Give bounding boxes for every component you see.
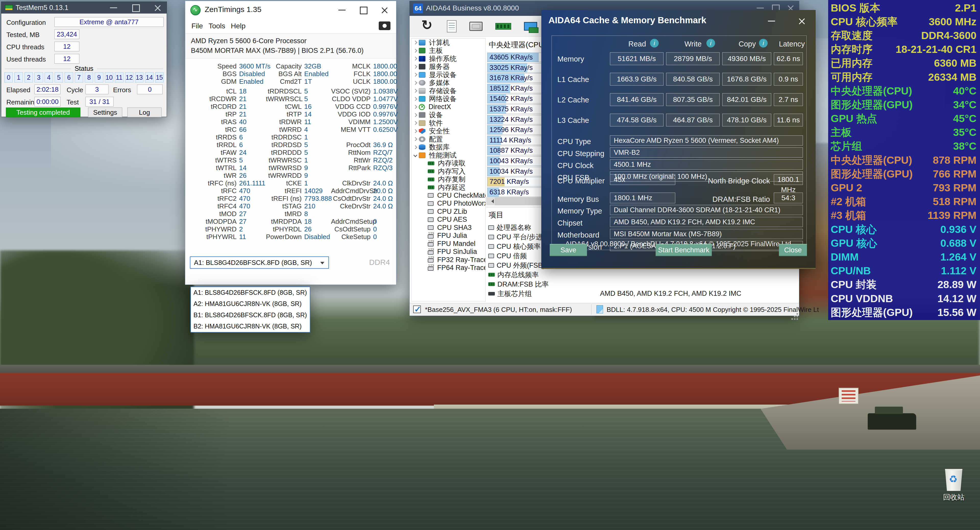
tree-item[interactable]: 主板 bbox=[411, 47, 485, 55]
tree-item-label[interactable]: DirectX bbox=[427, 103, 453, 111]
tree-item-label[interactable]: CPU ZLib bbox=[436, 208, 469, 216]
chevron-icon[interactable] bbox=[414, 153, 417, 157]
log-button[interactable]: Log bbox=[127, 107, 162, 117]
dimm-select[interactable]: A1: BLS8G4D26BFSCK.8FD (8GB, SR) bbox=[190, 257, 329, 269]
recycle-bin[interactable]: 回收站 bbox=[935, 469, 973, 512]
recycle-bin-icon[interactable] bbox=[944, 469, 963, 491]
minimize-icon[interactable] bbox=[108, 3, 119, 12]
tree-item-label[interactable]: FP64 Ray-Trace bbox=[436, 264, 486, 272]
chevron-icon[interactable] bbox=[414, 137, 417, 141]
tree-item-label[interactable]: FPU SinJulia bbox=[436, 248, 479, 256]
info-icon[interactable]: i bbox=[759, 39, 768, 48]
tree-item[interactable]: 多媒体 bbox=[411, 79, 485, 87]
chevron-icon[interactable] bbox=[414, 73, 417, 77]
item-row[interactable]: 主板芯片组 AMD B450, AMD K19.2 FCH, AMD K19.2… bbox=[486, 289, 797, 299]
sensor-value: 26334 MB bbox=[928, 71, 977, 83]
memory-icon[interactable] bbox=[495, 23, 511, 30]
tree-item[interactable]: 软件 bbox=[411, 119, 485, 127]
chevron-icon[interactable] bbox=[414, 48, 417, 53]
tree-item-label[interactable]: FPU Julia bbox=[436, 231, 469, 239]
tree-item[interactable]: 内存读取 bbox=[411, 160, 485, 168]
tree-item[interactable]: 内存复制 bbox=[411, 176, 485, 184]
tree-item-label[interactable]: FP32 Ray-Trace bbox=[436, 256, 486, 264]
tree-item[interactable]: 显示设备 bbox=[411, 71, 485, 79]
save-button[interactable]: Save bbox=[550, 244, 587, 256]
tree-item[interactable]: FP64 Ray-Trace bbox=[411, 264, 485, 272]
tree-item-label[interactable]: CPU AES bbox=[436, 216, 469, 223]
testmem5-titlebar[interactable]: TestMem5 0.13.1 bbox=[1, 2, 167, 14]
maximize-icon[interactable] bbox=[130, 3, 142, 12]
tree-item[interactable]: FPU SinJulia bbox=[411, 248, 485, 256]
menu-tools[interactable]: Tools bbox=[208, 22, 225, 30]
close-icon[interactable] bbox=[152, 3, 164, 12]
tree-item[interactable]: 数据库 bbox=[411, 143, 485, 152]
tree-item[interactable]: CPU SHA3 bbox=[411, 224, 485, 232]
instruction-set-checkbox[interactable] bbox=[413, 305, 421, 313]
chevron-icon[interactable] bbox=[414, 57, 417, 61]
menu-help[interactable]: Help bbox=[231, 22, 246, 30]
tree-item-label[interactable]: FPU Mandel bbox=[436, 240, 477, 248]
chevron-icon[interactable] bbox=[414, 41, 417, 45]
chevron-icon[interactable] bbox=[414, 105, 417, 109]
item-row[interactable]: DRAM:FSB 比率 bbox=[486, 279, 797, 289]
dimm-option[interactable]: A1: BLS8G4D26BFSCK.8FD (8GB, SR) bbox=[191, 287, 310, 299]
settings-button[interactable]: Settings bbox=[88, 107, 122, 117]
tree-item[interactable]: FPU Julia bbox=[411, 231, 485, 240]
dimm-option[interactable]: B2: HMA81GU6CJR8N-VK (8GB, SR) bbox=[191, 321, 310, 332]
tree-item[interactable]: 内存延迟 bbox=[411, 184, 485, 192]
testing-completed-button[interactable]: Testing completed bbox=[6, 107, 80, 117]
tree-item[interactable]: 计算机 bbox=[411, 38, 485, 47]
chevron-icon[interactable] bbox=[414, 145, 417, 149]
resize-grip[interactable] bbox=[797, 313, 798, 314]
scroll-left-icon[interactable] bbox=[486, 197, 495, 205]
display-adapter-icon[interactable] bbox=[524, 22, 537, 31]
tree-item[interactable]: 操作系统 bbox=[411, 55, 485, 63]
tree-item[interactable]: CPU ZLib bbox=[411, 208, 485, 216]
info-icon[interactable]: i bbox=[706, 39, 715, 48]
tree-item[interactable]: 服务器 bbox=[411, 63, 485, 71]
tree-item[interactable]: CPU CheckMate bbox=[411, 192, 485, 200]
tree-item[interactable]: 内存写入 bbox=[411, 167, 485, 176]
dimm-option[interactable]: A2: HMA81GU6CJR8N-VK (8GB, SR) bbox=[191, 299, 310, 310]
tree-item[interactable]: 网络设备 bbox=[411, 95, 485, 103]
close-icon[interactable] bbox=[797, 17, 808, 25]
tree-item[interactable]: FPU Mandel bbox=[411, 240, 485, 248]
config-field[interactable]: Extreme @ anta777 bbox=[54, 17, 164, 27]
item-row[interactable]: 内存总线频率 bbox=[486, 270, 797, 279]
tree-item[interactable]: 存储设备 bbox=[411, 87, 485, 95]
tree-item-label[interactable]: 内存延迟 bbox=[436, 183, 467, 192]
report-icon[interactable] bbox=[447, 20, 457, 32]
tree-item[interactable]: 安全性 bbox=[411, 127, 485, 136]
minimize-icon[interactable] bbox=[336, 6, 348, 14]
dimm-option[interactable]: B1: BLS8G4D26BFSCK.8FD (8GB, SR) bbox=[191, 310, 310, 321]
menu-file[interactable]: File bbox=[191, 22, 203, 30]
refresh-icon[interactable] bbox=[421, 21, 434, 32]
tree-item-label[interactable]: 网络设备 bbox=[428, 94, 458, 104]
close-button[interactable]: Close bbox=[779, 244, 807, 256]
tree-item[interactable]: 配置 bbox=[411, 135, 485, 143]
chevron-icon[interactable] bbox=[414, 97, 417, 101]
chevron-icon[interactable] bbox=[414, 129, 417, 133]
tree-item[interactable]: FP32 Ray-Trace bbox=[411, 256, 485, 264]
chevron-icon[interactable] bbox=[414, 65, 417, 69]
chevron-icon[interactable] bbox=[414, 121, 417, 125]
tree-item[interactable]: CPU AES bbox=[411, 216, 485, 224]
chevron-icon[interactable] bbox=[414, 113, 417, 117]
tree-item-label[interactable]: CPU SHA3 bbox=[436, 224, 473, 231]
tree-item[interactable]: DirectX bbox=[411, 103, 485, 111]
tree-item-label[interactable]: CPU PhotoWorxx bbox=[436, 200, 486, 208]
tree-item[interactable]: 设备 bbox=[411, 111, 485, 119]
tree-item-label[interactable]: CPU CheckMate bbox=[436, 192, 486, 200]
close-icon[interactable] bbox=[379, 6, 390, 14]
start-benchmark-button[interactable]: Start Benchmark bbox=[655, 244, 712, 256]
cpu-icon[interactable] bbox=[469, 22, 483, 31]
chevron-icon[interactable] bbox=[414, 81, 417, 85]
chevron-icon[interactable] bbox=[414, 89, 417, 93]
info-icon[interactable]: i bbox=[650, 39, 659, 48]
zentimings-titlebar[interactable]: ZenTimings 1.35 bbox=[185, 1, 396, 19]
screenshot-camera-icon[interactable] bbox=[379, 21, 390, 30]
minimize-icon[interactable] bbox=[766, 17, 777, 25]
tree-item[interactable]: CPU PhotoWorxx bbox=[411, 200, 485, 208]
tree-item[interactable]: 性能测试 bbox=[411, 151, 485, 160]
maximize-icon[interactable] bbox=[358, 6, 369, 14]
